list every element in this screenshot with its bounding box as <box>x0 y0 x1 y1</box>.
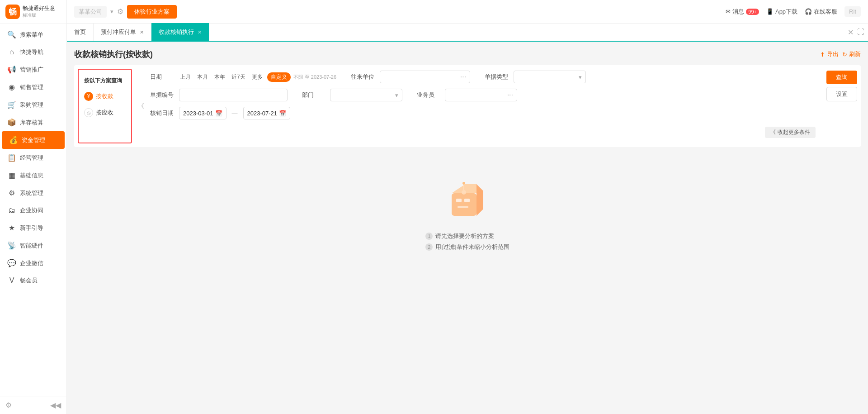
sidebar-item-5[interactable]: 📦库存核算 <box>0 114 66 131</box>
sidebar-icon-6: 💰 <box>9 136 18 144</box>
sidebar-icon-14: V <box>7 276 16 285</box>
doc-no-label: 单据编号 <box>150 91 174 99</box>
sidebar-label-8: 基础信息 <box>20 171 43 180</box>
settings-icon[interactable]: ⚙ <box>5 401 12 409</box>
dept-selector[interactable]: ▾ <box>330 89 402 101</box>
more-conditions-button[interactable]: 《 收起更多条件 <box>765 127 816 138</box>
sidebar-item-3[interactable]: ◉销售管理 <box>0 78 66 96</box>
tab-prepay[interactable]: 预付冲应付单 ✕ <box>94 23 151 41</box>
sidebar-label-6: 资金管理 <box>22 136 45 144</box>
online-service-button[interactable]: 🎧 在线客服 <box>805 8 837 16</box>
sidebar-label-13: 企业微信 <box>20 259 43 267</box>
filter-row-3: 核销日期 2023-03-01 📅 — 2023-07-21 📅 <box>150 107 819 119</box>
salesman-dots-icon[interactable]: ··· <box>507 91 513 99</box>
shortcut-7days[interactable]: 近7天 <box>230 72 247 82</box>
collapse-sidebar-icon[interactable]: ◀◀ <box>50 401 61 409</box>
company-selector[interactable]: 某某公司 <box>74 6 107 18</box>
refresh-button[interactable]: ↻ 刷新 <box>842 50 861 58</box>
query-button[interactable]: 查询 <box>826 71 857 84</box>
date-hint: 不限 至 2023-07-26 <box>293 74 336 81</box>
app-icon: 📱 <box>766 8 774 15</box>
sidebar-label-10: 企业协同 <box>20 206 43 214</box>
expand-tab-icon[interactable]: ⛶ <box>857 28 864 36</box>
date-label: 日期 <box>150 73 173 81</box>
sidebar-item-12[interactable]: 📡智能硬件 <box>0 237 66 254</box>
sidebar-item-9[interactable]: ⚙系统管理 <box>0 184 66 202</box>
tab-receive-verify[interactable]: 收款核销执行 ✕ <box>151 23 209 41</box>
sidebar-item-1[interactable]: ⌂快捷导航 <box>0 43 66 61</box>
date-range-separator: — <box>232 110 238 117</box>
receivable-icon: ◷ <box>84 108 93 117</box>
doc-type-selector[interactable]: ▾ <box>514 71 586 83</box>
sidebar-item-8[interactable]: ▦基础信息 <box>0 167 66 184</box>
sidebar-label-5: 库存核算 <box>20 119 43 127</box>
sidebar: 畅 畅捷通好生意 标准版 🔍搜索菜单⌂快捷导航📢营销推广◉销售管理🛒采购管理📦库… <box>0 0 67 414</box>
industry-solution-button[interactable]: 体验行业方案 <box>127 5 177 19</box>
sidebar-item-2[interactable]: 📢营销推广 <box>0 61 66 78</box>
sidebar-icon-9: ⚙ <box>7 189 16 197</box>
sidebar-menu: 🔍搜索菜单⌂快捷导航📢营销推广◉销售管理🛒采购管理📦库存核算💰资金管理📋经营管理… <box>0 24 66 396</box>
sidebar-item-14[interactable]: V畅会员 <box>0 272 66 289</box>
page-content: 收款核销执行(按收款) ⬆ 导出 ↻ 刷新 按以下方案查询 ¥ 按收款 <box>67 42 868 414</box>
filter-collapse-button[interactable]: 《 <box>137 65 145 147</box>
counterpart-selector[interactable]: ··· <box>380 71 470 83</box>
app-edition: 标准版 <box>23 12 55 19</box>
refresh-icon: ↻ <box>842 51 847 58</box>
topbar-gear-icon[interactable]: ⚙ <box>117 7 123 16</box>
tab-bar: 首页 预付冲应付单 ✕ 收款核销执行 ✕ ✕ ⛶ <box>67 24 868 42</box>
tab-home[interactable]: 首页 <box>67 23 94 41</box>
close-all-tabs-icon[interactable]: ✕ <box>848 28 854 37</box>
sidebar-icon-4: 🛒 <box>7 100 16 109</box>
sidebar-icon-1: ⌂ <box>7 48 16 56</box>
svg-rect-3 <box>456 199 462 202</box>
svg-rect-5 <box>458 206 468 208</box>
user-profile[interactable]: Rit <box>844 6 861 17</box>
sidebar-logo: 畅 畅捷通好生意 标准版 <box>0 0 66 24</box>
sidebar-label-3: 销售管理 <box>20 83 43 91</box>
tab-prepay-close[interactable]: ✕ <box>140 29 144 35</box>
sidebar-icon-8: ▦ <box>7 171 16 180</box>
empty-svg-illustration <box>440 180 495 225</box>
filter-type-by-receive[interactable]: ¥ 按收款 <box>79 88 131 105</box>
company-dropdown-icon[interactable]: ▾ <box>110 8 113 15</box>
verify-date-end[interactable]: 2023-07-21 📅 <box>243 107 291 119</box>
empty-tip-2: 2 用[过滤]条件来缩小分析范围 <box>425 243 509 251</box>
title-actions: ⬆ 导出 ↻ 刷新 <box>820 50 861 58</box>
counterpart-dots-icon[interactable]: ··· <box>460 73 466 81</box>
shortcut-last-month[interactable]: 上月 <box>178 72 193 82</box>
sidebar-item-0[interactable]: 🔍搜索菜单 <box>0 26 66 43</box>
export-button[interactable]: ⬆ 导出 <box>820 50 839 58</box>
filter-row-2: 单据编号 部门 ▾ 业务员 ··· <box>150 89 819 101</box>
shortcut-this-year[interactable]: 本年 <box>212 72 227 82</box>
doc-no-input[interactable] <box>179 89 288 101</box>
settings-button[interactable]: 设置 <box>826 87 857 101</box>
sidebar-item-4[interactable]: 🛒采购管理 <box>0 96 66 114</box>
shortcut-this-month[interactable]: 本月 <box>195 72 210 82</box>
empty-illustration <box>440 180 495 225</box>
sidebar-label-12: 智能硬件 <box>20 242 43 250</box>
tab-receive-verify-close[interactable]: ✕ <box>198 29 202 35</box>
salesman-selector[interactable]: ··· <box>445 89 517 101</box>
verify-date-start[interactable]: 2023-03-01 📅 <box>179 107 226 119</box>
sidebar-label-11: 新手引导 <box>20 224 43 232</box>
sidebar-item-13[interactable]: 💬企业微信 <box>0 254 66 272</box>
page-title: 收款核销执行(按收款) <box>74 49 153 60</box>
shortcut-custom[interactable]: 自定义 <box>267 72 291 82</box>
app-download-button[interactable]: 📱 App下载 <box>766 8 797 16</box>
sidebar-item-7[interactable]: 📋经营管理 <box>0 149 66 167</box>
filter-type-by-receivable[interactable]: ◷ 按应收 <box>79 105 131 121</box>
sidebar-icon-12: 📡 <box>7 241 16 250</box>
svg-rect-4 <box>464 199 470 202</box>
sidebar-item-10[interactable]: 🗂企业协同 <box>0 202 66 219</box>
sidebar-item-11[interactable]: ★新手引导 <box>0 219 66 237</box>
empty-state: 1 请先选择要分析的方案 2 用[过滤]条件来缩小分析范围 <box>74 152 861 281</box>
filter-type-selector: 按以下方案查询 ¥ 按收款 ◷ 按应收 <box>78 69 132 143</box>
counterpart-label: 往来单位 <box>351 73 374 81</box>
messages-button[interactable]: ✉ 消息 99+ <box>726 8 759 16</box>
date-shortcuts: 上月 本月 本年 近7天 更多 自定义 不限 至 2023-07-26 <box>178 72 336 82</box>
topbar: 某某公司 ▾ ⚙ 体验行业方案 ✉ 消息 99+ 📱 App下载 🎧 在线客服 … <box>67 0 868 24</box>
calendar-end-icon: 📅 <box>279 110 286 117</box>
sidebar-item-6[interactable]: 💰资金管理 <box>2 131 65 149</box>
shortcut-more[interactable]: 更多 <box>250 72 264 82</box>
empty-tip-1: 1 请先选择要分析的方案 <box>425 232 509 240</box>
